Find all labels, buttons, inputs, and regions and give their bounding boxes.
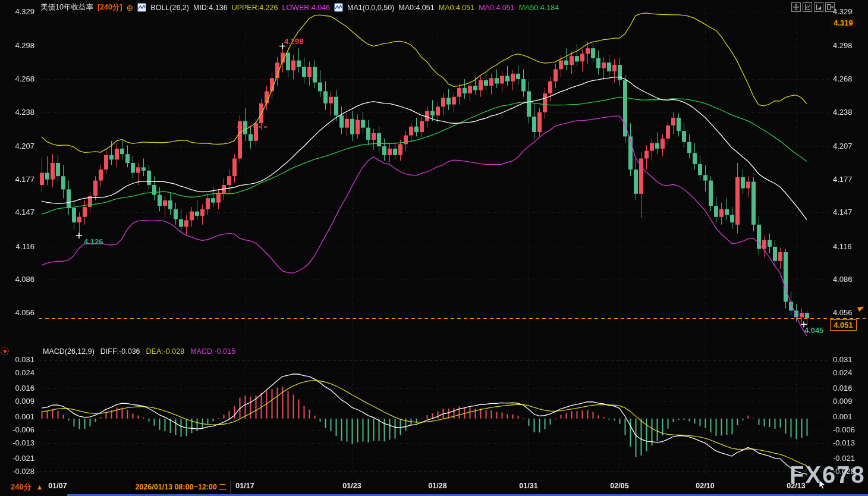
macd-axis-tick-left: 0.001	[0, 412, 34, 422]
ma0-white-value: MA0:4.051	[398, 4, 434, 12]
macd-header: MACD(26,12,9) DIFF:-0.036 DEA:-0.028 MAC…	[43, 347, 235, 356]
mouse-cursor	[819, 479, 828, 492]
macd-axis-tick-right: 0.031	[833, 355, 853, 365]
up-triangle-icon: ▲	[36, 483, 43, 491]
ma0-yellow-value: MA0:4.051	[439, 4, 474, 12]
boll-mid-value: MID:4.136	[193, 4, 228, 12]
macd-dea-value: DEA:-0.028	[146, 347, 185, 356]
price-axis-tick-left: 4.147	[0, 208, 34, 217]
timeframe-text: 240分	[11, 482, 32, 491]
indicator-header: 美债10年收益率 [240分] ⊕ BOLL(26,2) MID:4.136 U…	[40, 2, 559, 12]
macd-axis-tick-left: -0.006	[0, 425, 34, 435]
price-axis-tick-right: 4.147	[833, 208, 853, 217]
price-axis-tick-right: 4.238	[833, 108, 853, 117]
price-axis-tick-left: 4.056	[0, 308, 34, 318]
date-axis-label: 01/28	[428, 482, 446, 490]
ma50-green-value: MA50:4.184	[519, 4, 559, 12]
chart-flag-icon[interactable]	[814, 2, 823, 12]
symbol-title: 美债10年收益率	[40, 2, 93, 12]
price-axis-tick-left: 4.268	[0, 74, 34, 84]
macd-axis-tick-right: 0.001	[833, 412, 853, 422]
last-low-annotation: 4.045	[804, 326, 824, 335]
ma-label: MA1(0,0,0,50)	[347, 4, 394, 12]
boll-label: BOLL(26,2)	[150, 4, 189, 12]
macd-axis-tick-right: -0.013	[833, 438, 855, 448]
date-axis-label: 01/07	[48, 482, 67, 490]
chart-window: 美债10年收益率 [240分] ⊕ BOLL(26,2) MID:4.136 U…	[0, 0, 868, 496]
macd-axis-tick-left: 0.009	[0, 397, 34, 406]
price-axis-tick-right: 4.116	[833, 242, 852, 252]
date-axis-label: 02/05	[610, 482, 628, 490]
price-axis-tick-right: 4.298	[833, 41, 853, 51]
macd-axis-tick-left: -0.013	[0, 438, 34, 448]
price-axis-tick-left: 4.086	[0, 275, 34, 284]
swing-low-annotation: 4.126	[84, 237, 103, 246]
timeframe-selector[interactable]: 240分▲	[11, 482, 43, 492]
boll-indicator-icon[interactable]	[137, 3, 146, 12]
macd-axis-tick-right: 0.024	[833, 368, 853, 378]
price-axis-tick-right: 4.177	[833, 175, 853, 184]
last-price-badge: 4.051	[830, 319, 857, 331]
macd-axis-tick-right: 0.009	[833, 397, 853, 406]
price-axis-tick-right: 4.268	[833, 74, 853, 84]
selected-bar-timestamp: 2026/01/13 08:00~12:00 二	[131, 481, 230, 494]
price-axis-tick-right: 4.329	[833, 7, 853, 17]
date-axis-label: 01/23	[342, 482, 361, 490]
macd-axis-tick-left: 0.024	[0, 368, 34, 378]
record-dot-icon[interactable]	[1, 347, 9, 355]
price-axis-tick-left: 4.298	[0, 41, 34, 51]
price-axis-tick-right: 4.056	[833, 308, 853, 318]
date-axis-label: 02/10	[696, 482, 714, 490]
macd-label: MACD(26,12,9)	[43, 347, 95, 356]
ma-indicator-icon[interactable]	[334, 3, 343, 12]
macd-axis-tick-left: -0.028	[0, 467, 34, 476]
price-axis-tick-left: 4.207	[0, 142, 34, 151]
circle-plus-icon[interactable]: ⊕	[127, 4, 134, 11]
price-axis-tick-left: 4.329	[0, 7, 34, 17]
macd-axis-tick-right: 0.016	[833, 384, 853, 393]
crosshair-move-icon[interactable]	[791, 2, 801, 12]
main-chart-canvas[interactable]	[0, 0, 868, 496]
macd-axis-tick-right: -0.006	[833, 425, 855, 435]
date-axis-label: 01/17	[235, 482, 254, 490]
boll-lower-value: LOWER:4.046	[282, 4, 330, 12]
macd-axis-tick-left: 0.016	[0, 384, 34, 393]
macd-axis-tick-left: 0.031	[0, 355, 34, 365]
price-axis-tick-left: 4.177	[0, 175, 34, 184]
swing-high-annotation: 4.298	[284, 37, 304, 46]
chart-toolbar	[791, 2, 835, 12]
export-panel-icon[interactable]	[825, 2, 835, 12]
boll-upper-value: UPPER:4.226	[232, 4, 278, 12]
price-axis-tick-right: 4.207	[833, 142, 853, 151]
macd-macd-value: MACD:-0.015	[190, 347, 235, 356]
price-axis-tick-left: 4.238	[0, 108, 34, 117]
macd-diff-value: DIFF:-0.036	[100, 347, 140, 356]
macd-axis-tick-left: -0.021	[0, 454, 34, 463]
ma0-magenta-value: MA0:4.051	[479, 4, 514, 12]
price-axis-tick-right: 4.086	[833, 275, 853, 284]
session-high-badge: 4.319	[831, 18, 856, 28]
price-axis-tick-left: 4.116	[0, 242, 34, 252]
timeframe-label[interactable]: [240分]	[98, 2, 122, 12]
date-axis-label: 01/31	[519, 482, 537, 490]
chart-axes-icon[interactable]	[803, 2, 812, 12]
